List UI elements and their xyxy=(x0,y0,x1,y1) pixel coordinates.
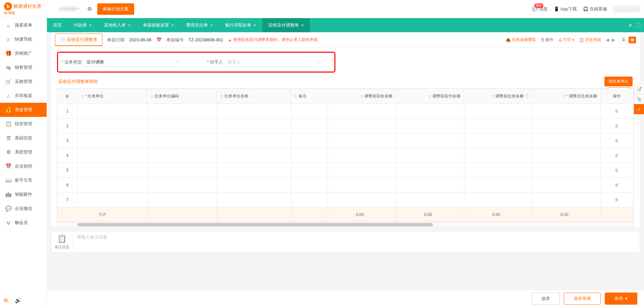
tab-close-icon[interactable]: ✕ xyxy=(301,23,304,28)
delete-icon[interactable]: 🗑 xyxy=(615,198,619,202)
delete-icon[interactable]: 🗑 xyxy=(615,138,619,143)
before-balance-column-header[interactable]: ▲▼调整前往来余额 ⓘ xyxy=(464,89,532,104)
operate-button[interactable]: ☰ 操作 xyxy=(541,37,553,43)
history-button[interactable]: 📋 历史单据 xyxy=(579,37,601,43)
phone-icon: 📱 xyxy=(554,6,559,11)
tab-1[interactable]: 付款单✕ xyxy=(68,18,98,32)
horizontal-scrollbar[interactable] xyxy=(57,222,634,227)
delete-icon[interactable]: 🗑 xyxy=(615,124,619,128)
tab-close-icon[interactable]: ✕ xyxy=(253,23,256,28)
remark-column-header[interactable]: ▲▼备注 xyxy=(291,89,328,104)
sidebar-item-11[interactable]: 📖新手引导 xyxy=(0,173,47,187)
logo-icon: b xyxy=(4,2,12,10)
prev-icon[interactable]: ◀ xyxy=(606,37,609,42)
footer-bar: 放弃 保存草稿 保存▾ xyxy=(47,290,644,307)
calendar-icon[interactable]: 📅 xyxy=(156,37,162,42)
delete-icon[interactable]: 🗑 xyxy=(615,109,619,114)
name-column-header[interactable]: ▲▼往来单位名称 xyxy=(217,89,291,104)
table-row[interactable]: 1🗑 xyxy=(58,104,634,119)
tab-close-all-icon[interactable]: ✕ xyxy=(629,23,632,28)
tab-close-icon[interactable]: ✕ xyxy=(171,23,174,28)
table-row[interactable]: 3🗑 xyxy=(58,133,634,148)
tab-5[interactable]: 银行存取款单✕ xyxy=(219,18,262,32)
tab-0[interactable]: 首页 xyxy=(47,18,68,32)
handler-input[interactable] xyxy=(226,57,314,67)
print-button[interactable]: 🖨 打印 ▾ xyxy=(558,37,574,43)
tab-3[interactable]: 单据模板设置✕ xyxy=(137,18,180,32)
reset-balance-button[interactable]: 📥 往来余额重取 xyxy=(506,37,536,43)
sidebar-sound-icon[interactable]: 🔊 xyxy=(15,297,21,304)
save-draft-button[interactable]: 保存草稿 xyxy=(564,293,601,305)
sidebar-item-7[interactable]: 📋经营管理 xyxy=(0,117,47,131)
sidebar-label: 经营管理 xyxy=(15,121,32,127)
date-value[interactable]: 2023-06-06 xyxy=(129,37,152,42)
sidebar-item-12[interactable]: 🤖智能硬件 xyxy=(0,187,47,202)
sidebar-item-4[interactable]: 🛒采购管理 xyxy=(0,75,47,89)
table-row[interactable]: 4🗑 xyxy=(58,148,634,163)
view-card-button[interactable]: ▦ xyxy=(629,37,636,43)
tab-close-icon[interactable]: ✕ xyxy=(128,23,131,28)
sidebar-item-9[interactable]: ⚙系统管理 xyxy=(0,145,47,159)
sidebar: ⌕搜索菜单⌂快捷导航🎁营销推广🛍销售管理🛒采购管理⌂库存核算💰资金管理📋经营管理… xyxy=(0,18,47,307)
table-row[interactable]: 2🗑 xyxy=(58,119,634,133)
tab-4[interactable]: 费用支出单✕ xyxy=(180,18,219,32)
sidebar-item-3[interactable]: 🛍销售管理 xyxy=(0,60,47,75)
sidebar-item-6[interactable]: 💰资金管理 xyxy=(0,103,47,117)
sidebar-icon: ⚙ xyxy=(5,149,11,155)
right-float-panel: 📝 📎 ⤢ xyxy=(634,84,644,114)
before-ap-column-header[interactable]: ▲▼调整前应付余额 xyxy=(396,89,464,104)
document-type-tab[interactable]: 📄 应收应付调整单 xyxy=(55,34,102,46)
form-highlight-box: *业务类型 ﹀ *经手人 ⋯ xyxy=(57,52,335,73)
float-expand-icon[interactable]: ⤢ xyxy=(634,104,644,114)
table-row[interactable]: 5🗑 xyxy=(58,163,634,178)
sidebar-item-13[interactable]: 💬企业微信 xyxy=(0,202,47,216)
tab-2[interactable]: 其他收入单✕ xyxy=(98,18,137,32)
sidebar-item-2[interactable]: 🎁营销推广 xyxy=(0,46,47,60)
number-label: 单据编号 xyxy=(166,37,184,43)
discard-button[interactable]: 放弃 xyxy=(532,293,560,305)
chevron-down-icon[interactable]: ﹀ xyxy=(176,59,180,65)
select-unit-button[interactable]: 选往来单位 xyxy=(604,77,633,86)
sidebar-settings-icon[interactable]: ⚙ xyxy=(3,297,8,304)
online-service-button[interactable]: 🎧 在线客服 xyxy=(583,6,607,12)
delete-icon[interactable]: 🗑 xyxy=(615,168,619,173)
row-number: 6 xyxy=(58,178,77,192)
delete-icon[interactable]: 🗑 xyxy=(615,183,619,187)
sidebar-item-8[interactable]: ☰基础信息 xyxy=(0,131,47,145)
sidebar-item-1[interactable]: ⌂快捷导航 xyxy=(0,32,47,46)
experience-button[interactable]: 体验行业方案 xyxy=(97,3,134,15)
tab-6[interactable]: 应收应付调整单✕ xyxy=(262,18,310,32)
code-column-header[interactable]: ▲▼往来单位编码 xyxy=(147,89,217,104)
save-button[interactable]: 保存▾ xyxy=(605,293,637,305)
app-download-button[interactable]: 📱 App下载 xyxy=(554,6,577,12)
gear-column-header[interactable]: ⚙ xyxy=(58,89,77,104)
float-note-icon[interactable]: 📝 xyxy=(634,84,644,94)
sidebar-icon: 🛒 xyxy=(5,79,11,85)
business-type-input[interactable] xyxy=(85,57,179,67)
sidebar-item-14[interactable]: V畅会员 xyxy=(0,216,47,230)
tab-close-icon[interactable]: ✕ xyxy=(89,23,92,28)
sidebar-icon: 🤖 xyxy=(5,191,11,198)
float-attach-icon[interactable]: 📎 xyxy=(634,94,644,104)
message-badge: 99+ xyxy=(534,3,543,8)
view-list-button[interactable]: ☰ xyxy=(620,37,627,43)
tab-close-icon[interactable]: ✕ xyxy=(210,23,213,28)
more-icon[interactable]: ⋯ xyxy=(317,60,321,65)
after-balance-column-header[interactable]: ▲▼*调整后往来余额 xyxy=(532,89,600,104)
message-button[interactable]: 💬 99+ 消息 xyxy=(532,6,548,12)
tab-expand-icon[interactable]: ⛶ xyxy=(636,23,641,28)
company-selector[interactable]: 公司名称 xyxy=(59,6,76,12)
gear-icon[interactable]: ⚙ xyxy=(87,6,92,12)
sidebar-item-5[interactable]: ⌂库存核算 xyxy=(0,89,47,103)
chevron-down-icon[interactable]: ﹀ xyxy=(76,6,80,12)
sidebar-item-10[interactable]: 📅企业协同 xyxy=(0,159,47,173)
next-icon[interactable]: ▶ xyxy=(612,37,615,42)
table-row[interactable]: 7🗑 xyxy=(58,192,634,207)
remark-input[interactable] xyxy=(73,231,640,252)
sidebar-item-0[interactable]: ⌕搜索菜单 xyxy=(0,18,47,32)
unit-column-header[interactable]: ▲▼*往来单位 xyxy=(77,89,147,104)
user-info[interactable] xyxy=(613,6,640,12)
delete-icon[interactable]: 🗑 xyxy=(615,153,619,158)
table-row[interactable]: 6🗑 xyxy=(58,178,634,192)
before-ar-column-header[interactable]: ▲▼调整前应收余额 xyxy=(328,89,396,104)
